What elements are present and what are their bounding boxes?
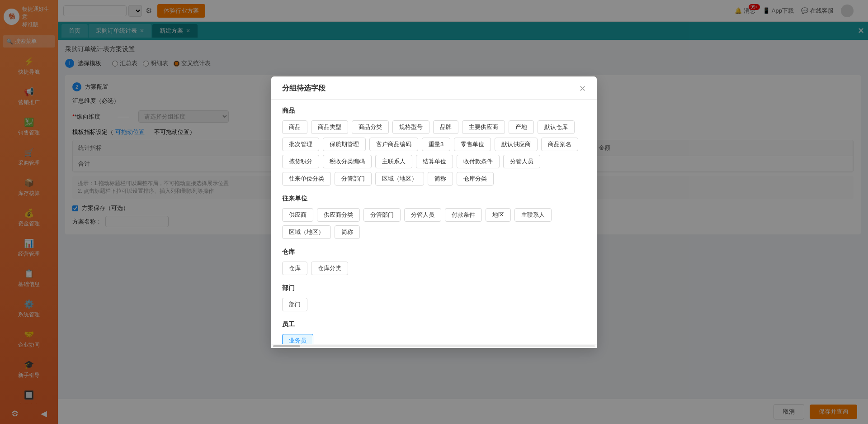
horizontal-scrollbar[interactable] <box>273 345 595 347</box>
field-group-title-employee: 员工 <box>282 320 586 329</box>
field-tag-customer-code[interactable]: 客户商品编码 <box>369 138 418 151</box>
field-tags-warehouse: 仓库仓库分类 <box>282 262 586 275</box>
field-tag-batch-mgmt[interactable]: 批次管理 <box>282 138 319 151</box>
field-tag-manager[interactable]: 分管人员 <box>503 155 540 168</box>
modal-title: 分组待选字段 <box>282 84 326 93</box>
field-group-dept: 部门部门 <box>282 284 586 311</box>
field-tag-dept-main[interactable]: 部门 <box>282 298 307 311</box>
field-tag-spec-model[interactable]: 规格型号 <box>392 120 429 134</box>
scroll-thumb <box>273 345 300 347</box>
field-tag-goods-alias[interactable]: 商品别名 <box>541 138 578 151</box>
field-group-title-partner: 往来单位 <box>282 195 586 203</box>
field-tag-warehouse-cat[interactable]: 仓库分类 <box>457 172 494 186</box>
field-tag-weight3[interactable]: 重量3 <box>422 138 450 151</box>
field-tag-brand[interactable]: 品牌 <box>433 120 458 134</box>
field-tag-goods[interactable]: 商品 <box>282 120 307 134</box>
field-group-title-goods: 商品 <box>282 107 586 115</box>
field-tag-default-supplier[interactable]: 默认供应商 <box>495 138 538 151</box>
field-tag-wh[interactable]: 仓库 <box>282 262 307 275</box>
field-group-title-warehouse: 仓库 <box>282 248 586 256</box>
field-tag-wh-cat[interactable]: 仓库分类 <box>311 262 348 275</box>
field-tag-tax-code[interactable]: 税收分类编码 <box>323 155 372 168</box>
field-tag-region2[interactable]: 区域（地区） <box>282 225 331 239</box>
field-tag-supplier-cat[interactable]: 供应商分类 <box>317 208 360 222</box>
modal-close-button[interactable]: ✕ <box>579 84 586 94</box>
modal: 分组待选字段 ✕ 商品商品商品类型商品分类规格型号品牌主要供应商产地默认仓库批次… <box>271 76 597 348</box>
field-tag-retail-unit[interactable]: 零售单位 <box>454 138 491 151</box>
modal-body: 商品商品商品类型商品分类规格型号品牌主要供应商产地默认仓库批次管理保质期管理客户… <box>271 100 597 344</box>
field-tag-main-contact[interactable]: 主联系人 <box>375 155 412 168</box>
field-tag-contact[interactable]: 主联系人 <box>514 208 552 222</box>
field-tag-supplier[interactable]: 供应商 <box>282 208 313 222</box>
field-tags-employee: 业务员 <box>282 334 586 344</box>
field-tag-region[interactable]: 区域（地区） <box>375 172 424 186</box>
field-tag-from-unit-cat[interactable]: 往来单位分类 <box>282 172 331 186</box>
field-group-title-dept: 部门 <box>282 284 586 292</box>
field-group-goods: 商品商品商品类型商品分类规格型号品牌主要供应商产地默认仓库批次管理保质期管理客户… <box>282 107 586 186</box>
field-tag-origin[interactable]: 产地 <box>509 120 534 134</box>
field-tag-dept-person[interactable]: 分管人员 <box>404 208 441 222</box>
field-group-employee: 员工业务员 <box>282 320 586 344</box>
modal-header: 分组待选字段 ✕ <box>271 76 597 100</box>
field-tag-payment-terms[interactable]: 收付款条件 <box>457 155 500 168</box>
field-tag-manage-dept[interactable]: 分管部门 <box>335 172 372 186</box>
field-tag-salesperson[interactable]: 业务员 <box>282 334 313 344</box>
field-group-partner: 往来单位供应商供应商分类分管部门分管人员付款条件地区主联系人区域（地区）简称 <box>282 195 586 239</box>
field-tag-expiry-mgmt[interactable]: 保质期管理 <box>323 138 366 151</box>
field-tags-goods: 商品商品类型商品分类规格型号品牌主要供应商产地默认仓库批次管理保质期管理客户商品… <box>282 120 586 186</box>
field-tag-short-name[interactable]: 简称 <box>428 172 453 186</box>
field-tag-pay-terms[interactable]: 付款条件 <box>445 208 482 222</box>
field-tag-settle-unit[interactable]: 结算单位 <box>416 155 453 168</box>
field-group-warehouse: 仓库仓库仓库分类 <box>282 248 586 275</box>
field-tag-default-warehouse[interactable]: 默认仓库 <box>538 120 575 134</box>
field-tag-pickup-points[interactable]: 拣货积分 <box>282 155 319 168</box>
field-tag-main-supplier[interactable]: 主要供应商 <box>462 120 505 134</box>
field-tag-goods-type[interactable]: 商品类型 <box>311 120 348 134</box>
field-tag-goods-category[interactable]: 商品分类 <box>352 120 389 134</box>
field-tag-dept[interactable]: 分管部门 <box>363 208 401 222</box>
field-tags-dept: 部门 <box>282 298 586 311</box>
field-tag-short2[interactable]: 简称 <box>335 225 360 239</box>
field-tag-area[interactable]: 地区 <box>486 208 511 222</box>
modal-overlay: 分组待选字段 ✕ 商品商品商品类型商品分类规格型号品牌主要供应商产地默认仓库批次… <box>0 0 868 424</box>
modal-scroll-bottom <box>271 344 597 348</box>
field-tags-partner: 供应商供应商分类分管部门分管人员付款条件地区主联系人区域（地区）简称 <box>282 208 586 239</box>
